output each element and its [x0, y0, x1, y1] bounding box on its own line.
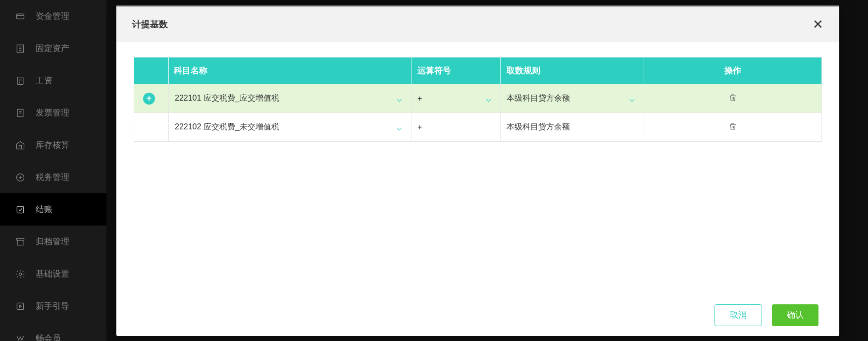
trash-icon — [728, 122, 737, 131]
svg-rect-0 — [17, 14, 24, 19]
guide-icon — [15, 301, 26, 312]
svg-rect-9 — [17, 303, 23, 309]
cell-operator[interactable]: + ⌵ — [411, 113, 501, 142]
sidebar-item-archive[interactable]: 归档管理 — [0, 226, 106, 258]
stock-icon — [15, 140, 26, 151]
delete-row-button[interactable] — [728, 122, 737, 131]
cancel-button[interactable]: 取消 — [715, 304, 762, 326]
sidebar-item-invoice[interactable]: 发票管理 — [0, 97, 106, 129]
cell-add — [134, 113, 169, 142]
delete-row-button[interactable] — [728, 93, 737, 102]
sidebar-label: 结账 — [36, 204, 52, 215]
modal-body: 科目名称 运算符号 取数规则 操作 + 222101 应交税费_应交增值税 ⌵ — [116, 42, 839, 294]
sidebar-label: 库存核算 — [36, 139, 69, 151]
cell-subject[interactable]: 222102 应交税费_未交增值税 ⌵ — [169, 113, 411, 142]
svg-rect-2 — [17, 77, 23, 84]
sidebar-item-funds[interactable]: 资金管理 — [0, 0, 106, 32]
svg-rect-5 — [17, 206, 23, 213]
cell-subject[interactable]: 222101 应交税费_应交增值税 ⌵ — [169, 84, 411, 113]
sidebar-item-closing[interactable]: 结账 — [0, 193, 106, 226]
modal-header: 计提基数 ✕ — [116, 5, 839, 42]
operator-value: + — [417, 94, 422, 103]
chevron-down-icon[interactable]: ⌵ — [629, 93, 638, 104]
table-body: + 222101 应交税费_应交增值税 ⌵ + ⌵ — [134, 84, 822, 142]
chevron-down-icon[interactable]: ⌵ — [397, 93, 405, 104]
sidebar-label: 工资 — [36, 75, 52, 86]
subject-value: 222101 应交税费_应交增值税 — [175, 93, 279, 104]
cell-operator[interactable]: + ⌵ — [411, 84, 501, 113]
modal-title: 计提基数 — [132, 18, 168, 30]
sidebar-label: 发票管理 — [36, 107, 69, 118]
accrual-table: 科目名称 运算符号 取数规则 操作 + 222101 应交税费_应交增值税 ⌵ — [134, 57, 822, 142]
cell-action — [644, 84, 822, 113]
sidebar-label: 固定资产 — [36, 43, 69, 54]
modal-dialog: 计提基数 ✕ 科目名称 运算符号 取数规则 操作 + — [116, 5, 839, 336]
sidebar-item-inventory[interactable]: 库存核算 — [0, 129, 106, 161]
sidebar-item-salary[interactable]: 工资 — [0, 64, 106, 97]
sidebar-label: 新手引导 — [36, 300, 69, 312]
calc-icon — [15, 75, 26, 86]
sidebar-item-assets[interactable]: 固定资产 — [0, 32, 106, 64]
table-row: 222102 应交税费_未交增值税 ⌵ + ⌵ 本级科目贷方余额 — [134, 113, 822, 142]
close-icon: ✕ — [813, 17, 823, 32]
subject-value: 222102 应交税费_未交增值税 — [175, 122, 279, 132]
close-button[interactable]: ✕ — [813, 18, 823, 31]
table-row: + 222101 应交税费_应交增值税 ⌵ + ⌵ — [134, 84, 822, 113]
modal-footer: 取消 确认 — [116, 294, 839, 336]
sidebar: 资金管理 固定资产 工资 发票管理 库存核算 税务管理 结账 归档管理 基础设置… — [0, 0, 106, 341]
col-action: 操作 — [644, 57, 822, 84]
trash-icon — [728, 93, 737, 102]
col-subject: 科目名称 — [169, 57, 411, 84]
archive-icon — [15, 236, 26, 247]
sidebar-label: 税务管理 — [36, 171, 69, 183]
money-icon — [15, 11, 26, 22]
confirm-button[interactable]: 确认 — [772, 304, 818, 326]
sidebar-label: 基础设置 — [36, 268, 69, 280]
sidebar-label: 资金管理 — [36, 10, 69, 22]
мод-rule-value: 本级科目贷方余额 — [507, 122, 570, 132]
svg-point-8 — [19, 273, 22, 275]
col-add — [134, 57, 169, 84]
col-rule: 取数规则 — [501, 57, 644, 84]
chevron-down-icon[interactable]: ⌵ — [486, 93, 494, 104]
col-operator: 运算符号 — [411, 57, 501, 84]
sidebar-label: 畅会员 — [36, 333, 61, 341]
add-row-button[interactable]: + — [143, 93, 155, 105]
cell-rule[interactable]: 本级科目贷方余额 ⌵ — [501, 84, 644, 113]
receipt-icon — [15, 108, 26, 118]
sidebar-label: 归档管理 — [36, 236, 69, 247]
building-icon — [15, 43, 26, 54]
tax-icon — [15, 172, 26, 183]
close-book-icon — [15, 204, 26, 215]
gear-icon — [15, 269, 26, 280]
vip-icon — [15, 333, 26, 341]
sidebar-item-vip[interactable]: 畅会员 — [0, 322, 106, 341]
cell-rule[interactable]: 本级科目贷方余额 ⌵ — [501, 113, 644, 142]
table-header-row: 科目名称 运算符号 取数规则 操作 — [134, 57, 822, 84]
chevron-down-icon[interactable]: ⌵ — [397, 122, 405, 133]
sidebar-item-settings[interactable]: 基础设置 — [0, 258, 106, 290]
cell-add: + — [134, 84, 169, 113]
svg-rect-7 — [17, 240, 23, 245]
rule-value: 本级科目贷方余额 — [507, 93, 570, 104]
cell-action — [644, 113, 822, 142]
sidebar-item-tax[interactable]: 税务管理 — [0, 161, 106, 193]
operator-value: + — [417, 123, 422, 132]
sidebar-item-guide[interactable]: 新手引导 — [0, 290, 106, 322]
